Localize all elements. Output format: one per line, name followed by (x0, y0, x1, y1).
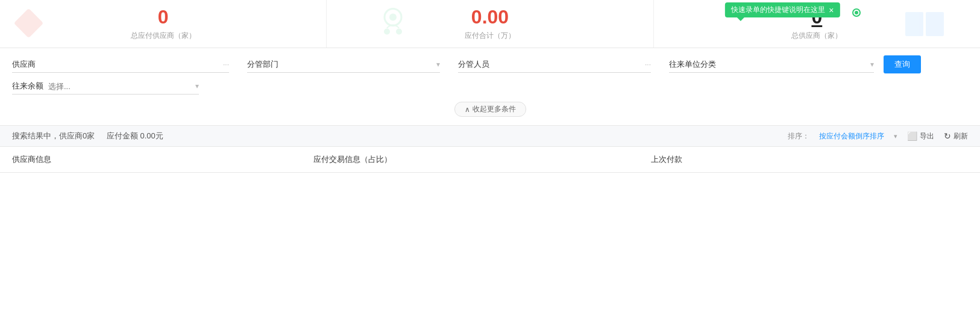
tooltip-text: 快速录单的快捷键说明在这里 (731, 5, 825, 15)
collapse-btn[interactable]: ∧ 收起更多条件 (454, 102, 526, 117)
more-conditions: ∧ 收起更多条件 (12, 99, 968, 120)
stats-bar: ☆ 0 总应付供应商（家） 0.00 应付合计（万） 快速录单的 (0, 0, 980, 48)
collapse-icon: ∧ (465, 105, 470, 114)
col-supplier-header: 供应商信息 (12, 154, 313, 165)
results-actions: 排序： 按应付会额倒序排序 ▾ ⬜ 导出 ↻ 刷新 (788, 131, 968, 141)
svg-point-5 (396, 28, 402, 34)
unit-class-field[interactable]: 往来单位分类 ▾ (669, 57, 874, 73)
tooltip-close-btn[interactable]: × (829, 6, 834, 14)
col-transaction-header: 应付交易信息（占比） (313, 154, 651, 165)
stat-total-payable-suppliers: ☆ 0 总应付供应商（家） (0, 0, 327, 48)
export-label: 导出 (920, 131, 934, 141)
export-btn[interactable]: ⬜ 导出 (907, 131, 934, 141)
query-button[interactable]: 查询 (884, 55, 921, 73)
person-field[interactable]: 分管人员 ··· (458, 57, 651, 73)
svg-point-3 (389, 13, 397, 20)
unit-class-dropdown-icon[interactable]: ▾ (870, 60, 874, 69)
results-summary: 搜索结果中，供应商0家 应付金额 0.00元 (12, 131, 163, 141)
svg-text:☆: ☆ (25, 19, 32, 28)
refresh-btn[interactable]: ↻ 刷新 (944, 131, 968, 141)
balance-dropdown-icon[interactable]: ▾ (195, 82, 199, 90)
sort-label: 排序： (788, 131, 809, 141)
supplier-field[interactable]: 供应商 ··· (12, 57, 229, 73)
unit-class-input[interactable] (721, 60, 870, 69)
balance-input[interactable] (48, 82, 195, 91)
department-dropdown-icon[interactable]: ▾ (436, 60, 440, 69)
search-bar: 供应商 ··· 分管部门 ▾ 分管人员 ··· 往来单位分类 ▾ 查询 (0, 48, 980, 126)
sort-value[interactable]: 按应付会额倒序排序 (819, 131, 884, 141)
svg-point-4 (384, 28, 390, 34)
total-suppliers-label: 总供应商（家） (791, 31, 842, 41)
supplier-input[interactable] (40, 60, 223, 69)
shortcut-tooltip[interactable]: 快速录单的快捷键说明在这里 × (725, 2, 840, 17)
payable-total-value: 0.00 (471, 7, 509, 28)
export-icon: ⬜ (907, 131, 917, 141)
department-input[interactable] (283, 60, 436, 69)
refresh-icon: ↻ (944, 131, 951, 141)
table-header: 供应商信息 应付交易信息（占比） 上次付款 (0, 147, 980, 173)
department-field[interactable]: 分管部门 ▾ (247, 57, 440, 73)
supplier-label: 供应商 (12, 59, 36, 70)
collapse-label: 收起更多条件 (473, 104, 516, 114)
results-summary-text: 搜索结果中，供应商0家 (12, 131, 95, 140)
search-row-2: 往来余额 ▾ (12, 78, 968, 95)
person-label: 分管人员 (458, 59, 489, 70)
sort-chevron-icon[interactable]: ▾ (894, 132, 897, 140)
results-bar: 搜索结果中，供应商0家 应付金额 0.00元 排序： 按应付会额倒序排序 ▾ ⬜… (0, 126, 980, 147)
payable-total-label: 应付合计（万） (465, 31, 515, 41)
person-input[interactable] (494, 60, 645, 69)
col-lastpay-header: 上次付款 (651, 154, 968, 165)
stat-payable-total: 0.00 应付合计（万） (327, 0, 653, 48)
total-payable-label: 总应付供应商（家） (131, 31, 196, 41)
department-label: 分管部门 (247, 59, 278, 70)
person-dots[interactable]: ··· (645, 60, 651, 69)
supplier-dots[interactable]: ··· (223, 60, 229, 69)
results-amount: 应付金额 0.00元 (107, 131, 163, 140)
search-row-1: 供应商 ··· 分管部门 ▾ 分管人员 ··· 往来单位分类 ▾ 查询 (12, 55, 968, 73)
unit-class-label: 往来单位分类 (669, 59, 716, 70)
content-area (0, 173, 980, 310)
refresh-label: 刷新 (953, 131, 968, 141)
balance-field[interactable]: 往来余额 ▾ (12, 78, 199, 95)
total-payable-value: 0 (158, 7, 169, 28)
stat-total-suppliers: 快速录单的快捷键说明在这里 × 0 总供应商（家） (654, 0, 980, 48)
balance-label: 往来余额 (12, 81, 43, 91)
